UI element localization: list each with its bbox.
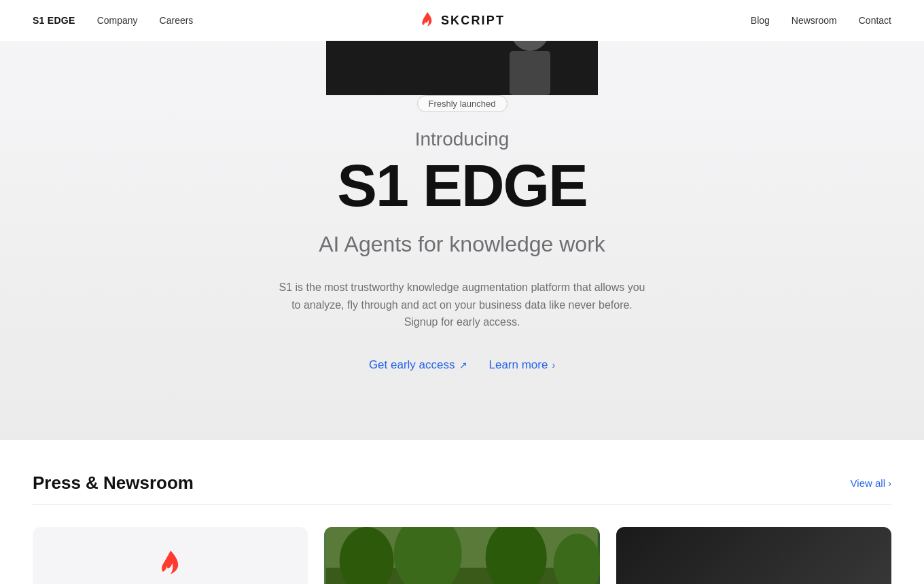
nav-careers-link[interactable]: Careers (160, 15, 194, 26)
press-card-1-image: SKCRIPT (33, 527, 308, 584)
view-all-link[interactable]: View all › (851, 477, 891, 489)
learn-more-arrow-icon: › (552, 360, 555, 371)
press-card-3-image: SKCRIPT (616, 527, 891, 584)
freshly-launched-badge: Freshly launched (417, 95, 508, 112)
view-all-label: View all (851, 477, 885, 489)
hero-introducing-text: Introducing (415, 128, 510, 150)
hero-cta-group: Get early access ↗ Learn more › (369, 358, 555, 372)
learn-more-label: Learn more (489, 358, 548, 372)
nav-newsroom-link[interactable]: Newsroom (792, 15, 837, 26)
svg-point-4 (486, 527, 547, 584)
press-cards-container: SKCRIPT SKCRIPT (33, 527, 891, 584)
svg-point-3 (394, 527, 462, 584)
nav-left: S1 EDGE Company Careers (33, 15, 193, 26)
press-card-1[interactable]: SKCRIPT (33, 527, 308, 584)
press-card-2[interactable]: SKCRIPT (324, 527, 599, 584)
nav-brand-link[interactable]: S1 EDGE (33, 15, 75, 26)
get-early-access-button[interactable]: Get early access ↗ (369, 358, 467, 372)
nav-company-link[interactable]: Company (97, 15, 138, 26)
press-card-3[interactable]: SKCRIPT (616, 527, 891, 584)
early-access-arrow-icon: ↗ (459, 360, 467, 371)
learn-more-button[interactable]: Learn more › (489, 358, 556, 372)
get-early-access-label: Get early access (369, 358, 455, 372)
press-card-2-image: SKCRIPT (324, 527, 599, 584)
card1-flame-icon (157, 551, 184, 578)
press-header: Press & Newsroom View all › (33, 473, 891, 505)
view-all-arrow-icon: › (888, 477, 891, 489)
hero-subtitle: AI Agents for knowledge work (319, 232, 605, 257)
nav-logo[interactable]: SKCRIPT (419, 12, 505, 29)
nav-blog-link[interactable]: Blog (751, 15, 770, 26)
skcript-wordmark: SKCRIPT (441, 14, 505, 28)
press-title: Press & Newsroom (33, 473, 194, 494)
nav-right: Blog Newsroom Contact (751, 15, 891, 26)
navbar: S1 EDGE Company Careers SKCRIPT Blog New… (0, 0, 924, 41)
outdoor-scene-illustration: SKCRIPT (324, 527, 599, 584)
hero-product-title: S1 EDGE (337, 156, 586, 216)
hero-description: S1 is the most trustworthy knowledge aug… (279, 279, 645, 331)
press-section: Press & Newsroom View all › SKCRIPT (0, 440, 924, 584)
nav-contact-link[interactable]: Contact (859, 15, 891, 26)
badge-text: Freshly launched (429, 99, 496, 109)
skcript-flame-icon (419, 12, 436, 29)
hero-section: Freshly launched Introducing S1 EDGE AI … (0, 41, 924, 440)
